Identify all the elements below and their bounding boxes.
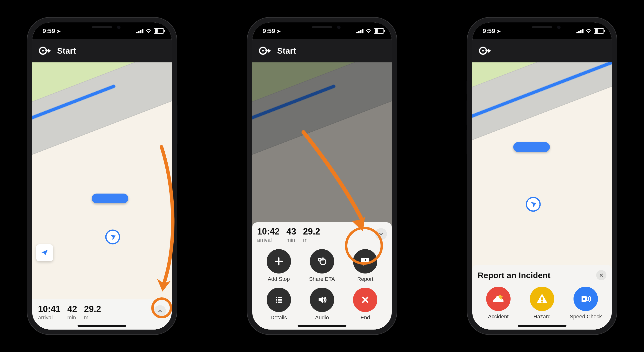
arrival-time: 10:41 <box>38 305 60 314</box>
heading-cursor-icon <box>526 196 541 212</box>
route-panel-expanded: 10:42arrival 43min 29.2mi Add Stop <box>252 222 392 330</box>
svg-point-9 <box>276 297 277 298</box>
svg-rect-18 <box>541 297 543 301</box>
route-marker <box>513 142 550 152</box>
recenter-button[interactable] <box>36 244 53 261</box>
wifi-icon <box>366 28 372 33</box>
map[interactable] <box>32 62 172 330</box>
svg-point-11 <box>276 299 277 301</box>
location-services-icon: ➤ <box>277 29 281 34</box>
share-eta-button[interactable]: Share ETA <box>300 249 344 282</box>
svg-point-1 <box>42 50 44 52</box>
heading-cursor-icon <box>105 229 120 245</box>
details-button[interactable]: Details <box>257 288 300 321</box>
svg-rect-12 <box>278 299 282 301</box>
minutes-remaining: 43 <box>286 227 296 236</box>
arrival-time: 10:42 <box>257 227 280 236</box>
sheet-title: Report an Incident <box>478 271 550 280</box>
svg-rect-10 <box>278 297 282 298</box>
status-time: 9:59 <box>42 27 55 35</box>
wifi-icon <box>586 28 592 33</box>
cellular-signal-icon <box>356 28 364 33</box>
roundabout-exit-icon <box>38 44 52 57</box>
collapse-panel-button[interactable] <box>375 228 387 240</box>
svg-point-8 <box>365 262 366 263</box>
svg-rect-14 <box>278 302 282 303</box>
phone-2: 9:59 ➤ Start <box>247 17 397 335</box>
roundabout-exit-icon <box>258 44 272 57</box>
cellular-signal-icon <box>136 28 144 33</box>
distance-remaining: 29.2 <box>84 305 101 314</box>
svg-point-16 <box>482 50 484 52</box>
location-services-icon: ➤ <box>497 29 501 34</box>
svg-point-19 <box>541 301 543 303</box>
direction-title: Start <box>277 46 296 55</box>
roundabout-exit-icon <box>478 44 492 57</box>
direction-banner: Start <box>252 39 392 62</box>
svg-rect-7 <box>365 259 366 261</box>
phone-1: 9:59 ➤ Start <box>27 17 176 335</box>
direction-banner <box>472 39 612 62</box>
incident-accident-button[interactable]: Accident <box>478 287 519 320</box>
battery-icon <box>594 28 604 34</box>
status-time: 9:59 <box>262 27 275 35</box>
direction-title: Start <box>57 46 76 55</box>
phone-3: 9:59 ➤ <box>468 17 617 335</box>
incident-speed-check-button[interactable]: Speed Check <box>565 287 606 320</box>
report-incident-sheet: Report an Incident Accident <box>472 265 612 330</box>
cellular-signal-icon <box>576 28 584 33</box>
svg-point-13 <box>276 302 277 303</box>
audio-button[interactable]: Audio <box>300 288 344 321</box>
add-stop-button[interactable]: Add Stop <box>257 249 300 282</box>
battery-icon <box>374 28 384 34</box>
location-services-icon: ➤ <box>56 29 61 34</box>
wifi-icon <box>146 28 152 33</box>
distance-remaining: 29.2 <box>303 227 320 236</box>
svg-point-20 <box>583 298 585 300</box>
close-sheet-button[interactable] <box>596 270 606 280</box>
minutes-remaining: 42 <box>67 305 77 314</box>
incident-hazard-button[interactable]: Hazard <box>521 287 562 320</box>
expand-panel-button[interactable] <box>154 305 166 317</box>
end-route-button[interactable]: End <box>344 288 387 321</box>
route-marker <box>92 194 128 203</box>
battery-icon <box>154 28 164 34</box>
report-button[interactable]: Report <box>344 249 387 282</box>
status-time: 9:59 <box>482 27 495 35</box>
direction-banner: Start <box>32 39 172 62</box>
svg-point-4 <box>262 50 264 52</box>
